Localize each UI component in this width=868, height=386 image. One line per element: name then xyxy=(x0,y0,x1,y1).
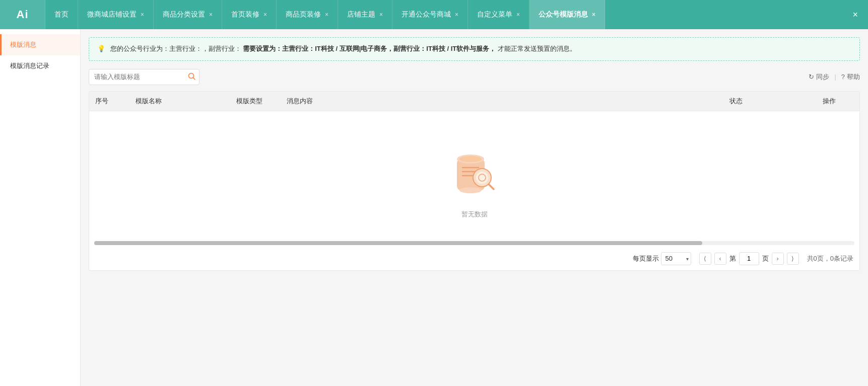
app-logo: Ai xyxy=(0,0,45,29)
search-icon[interactable] xyxy=(188,72,195,82)
search-input-wrap xyxy=(89,69,199,85)
page-size-select: 每页显示 50 ▾ xyxy=(633,252,691,265)
content-area: 💡 您的公众号行业为：主营行业：，副营行业： 需要设置为：主营行业：IT科技 /… xyxy=(81,29,868,386)
sync-button[interactable]: ↻ 同步 xyxy=(809,72,829,82)
th-status: 状态 xyxy=(723,92,799,111)
next-page-button[interactable]: › xyxy=(772,253,784,265)
th-name: 模版名称 xyxy=(129,92,230,111)
horizontal-scrollbar[interactable] xyxy=(89,239,859,247)
empty-text: 暂无数据 xyxy=(461,210,488,219)
tab-custom-menu[interactable]: 自定义菜单 × xyxy=(468,0,529,29)
chevron-down-icon: ▾ xyxy=(686,256,689,261)
close-tab-template-msg[interactable]: × xyxy=(592,11,595,18)
help-button[interactable]: ? 帮助 xyxy=(841,72,860,82)
tab-product-decor[interactable]: 商品页装修 × xyxy=(277,0,338,29)
table-header: 序号 模版名称 模版类型 消息内容 状态 操作 xyxy=(89,92,859,111)
sidebar-item-template-record[interactable]: 模版消息记录 xyxy=(0,55,80,76)
notice-box: 💡 您的公众号行业为：主营行业：，副营行业： 需要设置为：主营行业：IT科技 /… xyxy=(89,37,860,61)
svg-point-13 xyxy=(459,187,482,193)
total-info: 共0页，0条记录 xyxy=(807,254,853,263)
tab-weshop-settings[interactable]: 微商城店铺设置 × xyxy=(78,0,154,29)
notice-icon: 💡 xyxy=(97,45,105,52)
first-page-button[interactable]: ⟨ xyxy=(699,253,711,265)
tab-homepage-decor[interactable]: 首页装修 × xyxy=(222,0,277,29)
tab-bar: Ai 首页 微商城店铺设置 × 商品分类设置 × 首页装修 × 商品页装修 × … xyxy=(0,0,868,29)
close-tab-product-decor[interactable]: × xyxy=(325,11,328,18)
last-page-button[interactable]: ⟩ xyxy=(787,253,799,265)
prev-page-button[interactable]: ‹ xyxy=(714,253,726,265)
close-tab-product-category[interactable]: × xyxy=(209,11,213,18)
tab-bar-close-all[interactable]: × xyxy=(842,0,868,29)
th-seq: 序号 xyxy=(89,92,129,111)
page-input[interactable] xyxy=(739,252,759,265)
svg-line-1 xyxy=(193,78,195,80)
empty-state: 暂无数据 xyxy=(89,111,859,239)
notice-prefix: 您的公众号行业为：主营行业：，副营行业： xyxy=(110,45,241,52)
empty-icon xyxy=(444,141,505,202)
toolbar-right: ↻ 同步 | ? 帮助 xyxy=(809,72,860,82)
sidebar-item-template-message[interactable]: 模版消息 xyxy=(0,34,80,55)
tab-template-msg[interactable]: 公众号模版消息 × xyxy=(529,0,605,29)
close-tab-shop-theme[interactable]: × xyxy=(379,11,383,18)
close-tab-custom-menu[interactable]: × xyxy=(516,11,520,18)
th-content: 消息内容 xyxy=(281,92,723,111)
per-page-selector[interactable]: 50 ▾ xyxy=(661,252,691,265)
toolbar-divider: | xyxy=(834,73,836,81)
svg-point-5 xyxy=(459,156,482,162)
help-icon: ? xyxy=(841,73,845,81)
sync-icon: ↻ xyxy=(809,73,814,81)
tab-open-mall[interactable]: 开通公众号商城 × xyxy=(392,0,468,29)
main-layout: 模版消息 模版消息记录 💡 您的公众号行业为：主营行业：，副营行业： 需要设置为… xyxy=(0,29,868,386)
page-label-post: 页 xyxy=(762,254,769,263)
th-action: 操作 xyxy=(799,92,859,111)
close-tab-homepage-decor[interactable]: × xyxy=(263,11,267,18)
close-tab-weshop-settings[interactable]: × xyxy=(141,11,144,18)
tab-product-category[interactable]: 商品分类设置 × xyxy=(154,0,222,29)
close-tab-open-mall[interactable]: × xyxy=(455,11,458,18)
tab-home[interactable]: 首页 xyxy=(45,0,78,29)
page-label-pre: 第 xyxy=(729,254,736,263)
data-table: 序号 模版名称 模版类型 消息内容 状态 操作 xyxy=(89,91,860,271)
pagination-bar: 每页显示 50 ▾ ⟨ ‹ 第 页 › ⟩ 共0页，0条记录 xyxy=(89,247,859,270)
notice-highlight: 需要设置为：主营行业：IT科技 / 互联网|电子商务，副营行业：IT科技 / I… xyxy=(243,45,496,52)
search-input[interactable] xyxy=(89,69,199,85)
sidebar: 模版消息 模版消息记录 xyxy=(0,29,81,386)
tab-shop-theme[interactable]: 店铺主题 × xyxy=(338,0,392,29)
search-bar: ↻ 同步 | ? 帮助 xyxy=(89,69,860,85)
notice-suffix: 才能正常发送预置的消息。 xyxy=(498,45,576,52)
th-type: 模版类型 xyxy=(230,92,281,111)
svg-line-11 xyxy=(489,184,494,189)
svg-point-10 xyxy=(476,172,488,184)
per-page-label: 每页显示 xyxy=(633,254,659,263)
